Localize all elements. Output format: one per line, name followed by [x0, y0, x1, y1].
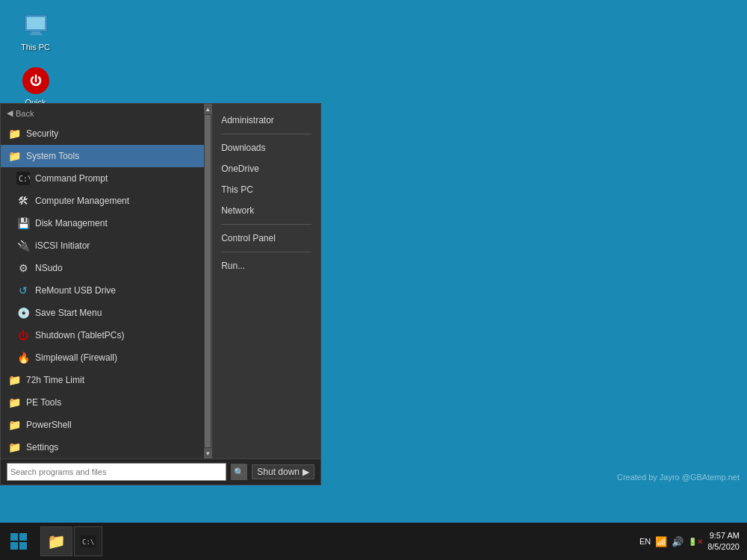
- menu-item-save-start-menu[interactable]: 💿 Save Start Menu: [1, 302, 204, 324]
- this-pc-icon: [21, 10, 51, 40]
- battery-icon: 🔋✕: [688, 538, 703, 546]
- volume-icon: 🔊: [672, 536, 684, 547]
- shutdown-button[interactable]: Shut down ▶: [252, 464, 314, 479]
- network-tray-icon: 📶: [655, 536, 667, 547]
- iscsi-label: iSCSI Initiator: [35, 240, 90, 251]
- svg-rect-1: [27, 17, 45, 29]
- right-separator-2: [221, 224, 311, 225]
- menu-item-shutdown-tablets[interactable]: ⏻ Shutdown (TabletPCs): [1, 324, 204, 346]
- scrollbar[interactable]: ▲ ▼: [204, 104, 211, 458]
- remount-usb-label: ReMount USB Drive: [35, 285, 116, 296]
- powershell-label: PowerShell: [26, 420, 72, 430]
- disk-mgmt-icon: 💾: [16, 216, 31, 231]
- security-folder-icon: 📁: [7, 126, 22, 141]
- right-item-network[interactable]: Network: [212, 200, 320, 221]
- search-submit-button[interactable]: 🔍: [231, 464, 247, 480]
- command-prompt-label: Command Prompt: [35, 173, 108, 184]
- back-button[interactable]: ◀ Back: [1, 104, 204, 122]
- remount-usb-icon: ↺: [16, 283, 31, 298]
- menu-item-disk-management[interactable]: 💾 Disk Management: [1, 212, 204, 234]
- downloads-label: Downloads: [221, 143, 265, 153]
- start-menu: ◀ Back 📁 Security 📁 System Tools C:\: [0, 103, 321, 485]
- menu-item-command-prompt[interactable]: C:\ Command Prompt: [1, 167, 204, 190]
- taskbar: 📁 C:\ EN 📶 🔊 🔋✕ 9:57 AM 8/5/2020: [0, 523, 747, 560]
- search-box[interactable]: [7, 463, 226, 481]
- menu-item-powershell[interactable]: 📁 PowerShell: [1, 414, 204, 436]
- right-item-onedrive[interactable]: OneDrive: [212, 158, 320, 179]
- right-item-this-pc[interactable]: This PC: [212, 179, 320, 200]
- watermark: Created by Jayro @GBAtemp.net: [617, 473, 740, 482]
- system-tools-label: System Tools: [26, 151, 79, 161]
- start-menu-body: ◀ Back 📁 Security 📁 System Tools C:\: [1, 104, 320, 458]
- taskbar-right: EN 📶 🔊 🔋✕ 9:57 AM 8/5/2020: [632, 530, 747, 553]
- menu-item-remount-usb[interactable]: ↺ ReMount USB Drive: [1, 279, 204, 302]
- onedrive-label: OneDrive: [221, 164, 259, 174]
- start-button[interactable]: [0, 523, 37, 560]
- settings-icon: 📁: [7, 440, 22, 455]
- menu-item-simplewall[interactable]: 🔥 Simplewall (Firewall): [1, 346, 204, 369]
- back-arrow-icon: ◀: [7, 108, 13, 118]
- right-item-downloads[interactable]: Downloads: [212, 137, 320, 158]
- menu-item-72h[interactable]: 📁 72h Time Limit: [1, 369, 204, 391]
- menu-item-security[interactable]: 📁 Security: [1, 122, 204, 145]
- right-item-administrator[interactable]: Administrator: [212, 110, 320, 131]
- cmd-icon: C:\: [16, 171, 31, 186]
- start-menu-right-panel: Administrator Downloads OneDrive This PC…: [211, 104, 320, 458]
- clock-date: 8/5/2020: [707, 541, 740, 553]
- menu-item-settings[interactable]: 📁 Settings: [1, 436, 204, 458]
- administrator-label: Administrator: [221, 115, 274, 125]
- search-input[interactable]: [10, 467, 223, 476]
- 72h-label: 72h Time Limit: [26, 375, 84, 385]
- menu-item-pe-tools[interactable]: 📁 PE Tools: [1, 391, 204, 414]
- simplewall-icon: 🔥: [16, 350, 31, 365]
- menu-item-computer-management[interactable]: 🛠 Computer Management: [1, 190, 204, 212]
- pe-tools-icon: 📁: [7, 395, 22, 410]
- shutdown-arrow-icon: ▶: [303, 467, 309, 477]
- right-separator-1: [221, 134, 311, 134]
- settings-label: Settings: [26, 442, 58, 452]
- scroll-down-btn[interactable]: ▼: [204, 448, 211, 458]
- nsudo-label: NSudo: [35, 263, 63, 273]
- clock: 9:57 AM 8/5/2020: [707, 530, 740, 553]
- quick-shutdown-icon: [21, 66, 51, 96]
- save-start-label: Save Start Menu: [35, 308, 102, 318]
- shutdown-icon: ⏻: [16, 328, 31, 343]
- windows-logo-icon: [10, 533, 27, 550]
- scroll-up-btn[interactable]: ▲: [204, 104, 211, 114]
- menu-items-list: ◀ Back 📁 Security 📁 System Tools C:\: [1, 104, 204, 458]
- powershell-icon: 📁: [7, 417, 22, 432]
- menu-item-iscsi[interactable]: 🔌 iSCSI Initiator: [1, 234, 204, 257]
- start-menu-left-panel: ◀ Back 📁 Security 📁 System Tools C:\: [1, 104, 204, 458]
- right-separator-3: [221, 252, 311, 252]
- this-pc-right-label: This PC: [221, 184, 253, 195]
- right-item-run[interactable]: Run...: [212, 255, 320, 276]
- pe-tools-label: PE Tools: [26, 397, 61, 408]
- run-label: Run...: [221, 261, 245, 271]
- computer-management-label: Computer Management: [35, 196, 129, 206]
- computer-mgmt-icon: 🛠: [16, 193, 31, 208]
- nsudo-icon: ⚙: [16, 261, 31, 276]
- disk-management-label: Disk Management: [35, 218, 108, 228]
- lang-indicator: EN: [639, 537, 651, 546]
- scroll-thumb[interactable]: [205, 115, 211, 447]
- svg-rect-2: [31, 31, 40, 34]
- clock-time: 9:57 AM: [707, 530, 740, 541]
- right-item-control-panel[interactable]: Control Panel: [212, 228, 320, 249]
- back-label: Back: [16, 109, 34, 118]
- start-menu-bottom: 🔍 Shut down ▶: [1, 458, 320, 485]
- this-pc-label: This PC: [21, 43, 50, 52]
- shutdown-tablets-label: Shutdown (TabletPCs): [35, 330, 124, 340]
- system-tools-folder-icon: 📁: [7, 149, 22, 164]
- taskbar-item-file-explorer[interactable]: 📁: [40, 526, 72, 556]
- save-start-icon: 💿: [16, 305, 31, 320]
- taskbar-items: 📁 C:\: [37, 523, 632, 560]
- menu-item-system-tools[interactable]: 📁 System Tools: [1, 145, 204, 167]
- menu-item-nsudo[interactable]: ⚙ NSudo: [1, 257, 204, 279]
- desktop: This PC Quick Shutdown: [0, 0, 747, 523]
- taskbar-item-cmd[interactable]: C:\: [74, 526, 102, 556]
- shutdown-label: Shut down: [257, 467, 300, 477]
- iscsi-icon: 🔌: [16, 238, 31, 253]
- desktop-icon-this-pc[interactable]: This PC: [7, 7, 63, 55]
- security-label: Security: [26, 128, 58, 139]
- 72h-icon: 📁: [7, 373, 22, 388]
